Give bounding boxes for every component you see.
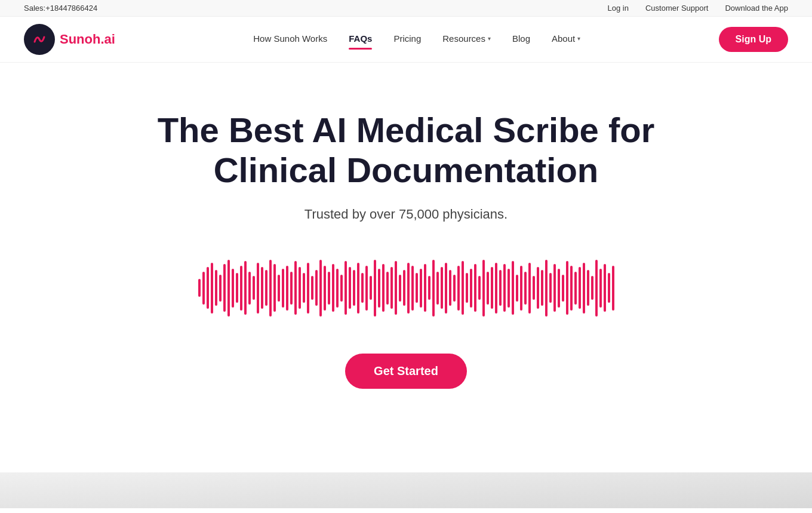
waveform-bar bbox=[353, 270, 355, 306]
customer-support-link[interactable]: Customer Support bbox=[645, 4, 709, 13]
waveform-bar bbox=[303, 273, 305, 303]
waveform-bar bbox=[273, 264, 276, 312]
waveform-bar bbox=[553, 264, 556, 312]
nav-how-sunoh-works[interactable]: How Sunoh Works bbox=[253, 33, 327, 46]
waveform-bar bbox=[395, 261, 397, 315]
nav-about[interactable]: About ▾ bbox=[552, 33, 580, 46]
waveform-bar bbox=[340, 275, 343, 302]
waveform bbox=[198, 258, 614, 318]
waveform-bar bbox=[579, 267, 581, 309]
waveform-bar bbox=[227, 260, 230, 317]
waveform-bar bbox=[436, 272, 439, 305]
resources-chevron-icon: ▾ bbox=[488, 35, 491, 42]
waveform-bar bbox=[349, 267, 351, 309]
nav-resources[interactable]: Resources ▾ bbox=[442, 33, 491, 46]
waveform-bar bbox=[604, 264, 606, 312]
logo-link[interactable]: Sunoh.ai bbox=[24, 24, 115, 55]
waveform-bar bbox=[399, 275, 401, 302]
waveform-bar bbox=[537, 267, 539, 309]
waveform-bar bbox=[299, 267, 301, 309]
waveform-bar bbox=[462, 261, 464, 315]
logo-icon bbox=[24, 24, 55, 55]
waveform-bar bbox=[319, 260, 322, 317]
waveform-bar bbox=[457, 266, 460, 311]
resources-dropdown: Resources ▾ bbox=[442, 33, 491, 44]
waveform-bar bbox=[336, 269, 339, 308]
waveform-bar bbox=[608, 273, 610, 303]
waveform-bar bbox=[240, 266, 242, 311]
waveform-bar bbox=[232, 269, 234, 308]
main-nav: How Sunoh Works FAQs Pricing Resources ▾… bbox=[253, 33, 580, 46]
waveform-bar bbox=[290, 272, 293, 305]
waveform-bar bbox=[558, 269, 560, 308]
waveform-bar bbox=[474, 264, 476, 312]
waveform-bar bbox=[520, 266, 522, 311]
waveform-bar bbox=[202, 272, 205, 305]
waveform-bar bbox=[445, 263, 447, 314]
waveform-bar bbox=[315, 270, 318, 306]
waveform-bar bbox=[332, 264, 334, 312]
waveform-bar bbox=[449, 270, 451, 306]
waveform-bar bbox=[466, 273, 468, 303]
about-chevron-icon: ▾ bbox=[577, 35, 580, 42]
waveform-bar bbox=[549, 273, 552, 303]
waveform-bar bbox=[512, 261, 514, 315]
waveform-bar bbox=[257, 263, 259, 314]
waveform-bar bbox=[453, 275, 456, 302]
waveform-bar bbox=[403, 270, 405, 306]
waveform-bar bbox=[324, 266, 326, 311]
waveform-bar bbox=[357, 263, 359, 314]
waveform-bar bbox=[533, 276, 535, 300]
waveform-bar bbox=[269, 260, 272, 317]
waveform-bar bbox=[470, 269, 472, 308]
waveform-bar bbox=[223, 264, 226, 312]
nav-pricing[interactable]: Pricing bbox=[393, 33, 421, 46]
waveform-bar bbox=[207, 267, 209, 309]
waveform-bar bbox=[236, 273, 238, 303]
header: Sunoh.ai How Sunoh Works FAQs Pricing Re… bbox=[0, 17, 812, 63]
waveform-bar bbox=[278, 275, 280, 302]
waveform-bar bbox=[361, 273, 364, 303]
nav-faqs[interactable]: FAQs bbox=[349, 33, 372, 46]
waveform-bar bbox=[345, 261, 347, 315]
waveform-bar bbox=[570, 266, 573, 311]
download-app-link[interactable]: Download the App bbox=[725, 4, 788, 13]
waveform-bar bbox=[562, 275, 564, 302]
waveform-bar bbox=[441, 267, 443, 309]
waveform-bar bbox=[328, 272, 330, 305]
waveform-bar bbox=[370, 276, 372, 300]
waveform-bar bbox=[390, 267, 393, 309]
sales-phone-link[interactable]: Sales:+18447866424 bbox=[24, 4, 97, 13]
waveform-bar bbox=[599, 269, 602, 308]
waveform-bar bbox=[516, 275, 518, 302]
get-started-button[interactable]: Get Started bbox=[345, 354, 467, 389]
waveform-bar bbox=[499, 270, 502, 306]
waveform-bar bbox=[595, 260, 598, 317]
logo-svg bbox=[30, 30, 49, 49]
waveform-bar bbox=[524, 272, 527, 305]
waveform-bar bbox=[248, 272, 251, 305]
waveform-bar bbox=[566, 261, 568, 315]
logo-text: Sunoh.ai bbox=[60, 32, 115, 47]
waveform-bar bbox=[219, 275, 222, 302]
waveform-container bbox=[131, 252, 681, 324]
hero-subheading: Trusted by over 75,000 physicians. bbox=[131, 207, 681, 222]
nav-blog[interactable]: Blog bbox=[512, 33, 530, 46]
waveform-bar bbox=[407, 263, 410, 314]
waveform-bar bbox=[294, 261, 297, 315]
waveform-bar bbox=[211, 263, 213, 314]
waveform-bar bbox=[261, 267, 263, 309]
top-bar-left: Sales:+18447866424 bbox=[24, 4, 97, 13]
log-in-link[interactable]: Log in bbox=[608, 4, 629, 13]
waveform-bar bbox=[244, 261, 247, 315]
waveform-bar bbox=[411, 266, 414, 311]
signup-button[interactable]: Sign Up bbox=[719, 27, 788, 52]
waveform-bar bbox=[311, 276, 313, 300]
waveform-bar bbox=[416, 273, 418, 303]
waveform-bar bbox=[541, 270, 543, 306]
waveform-bar bbox=[282, 269, 284, 308]
waveform-bar bbox=[307, 263, 309, 314]
waveform-bar bbox=[365, 266, 368, 311]
waveform-bar bbox=[378, 269, 380, 308]
waveform-bar bbox=[374, 260, 376, 317]
